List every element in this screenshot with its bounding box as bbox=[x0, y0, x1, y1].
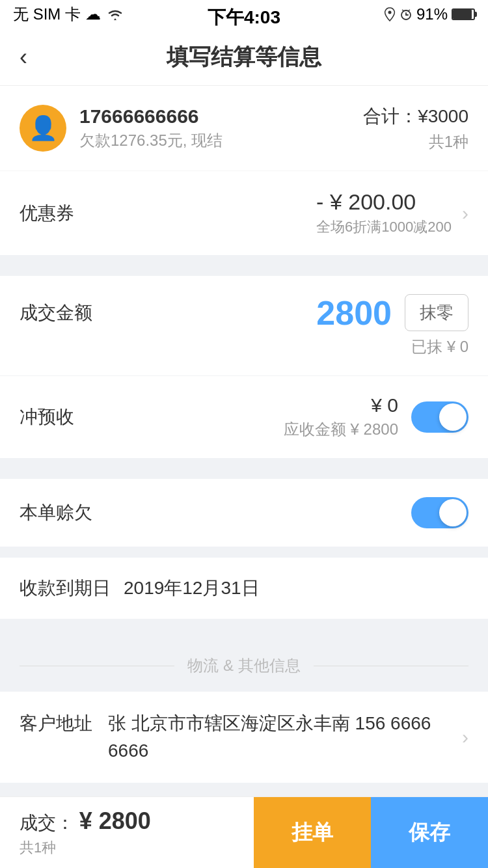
prepay-sub: 应收金额 ¥ 2800 bbox=[284, 419, 398, 440]
prepay-values: ¥ 0 应收金额 ¥ 2800 bbox=[284, 394, 398, 440]
logistics-label: 物流 & 其他信息 bbox=[187, 655, 300, 676]
bottom-deal-amount: ¥ 2800 bbox=[79, 807, 151, 834]
customer-left: 👤 17666666666 欠款1276.35元, 现结 bbox=[20, 105, 223, 152]
header-line-left bbox=[20, 666, 174, 666]
deal-amount: 2800 bbox=[316, 296, 392, 330]
address-chevron-icon: › bbox=[462, 726, 468, 748]
address-section[interactable]: 客户地址 张 北京市市辖区海淀区永丰南 156 6666 6666 › bbox=[0, 692, 488, 783]
logistics-header: 物流 & 其他信息 bbox=[0, 640, 488, 692]
status-time: 下午4:03 bbox=[208, 5, 280, 30]
debt-label: 本单赊欠 bbox=[20, 500, 92, 525]
status-right: 91% bbox=[384, 5, 475, 23]
wifi-icon bbox=[106, 8, 124, 21]
bottom-deal-row: 成交： ¥ 2800 bbox=[20, 807, 234, 835]
coupon-chevron-icon: › bbox=[462, 202, 468, 224]
header: ‹ 填写结算等信息 bbox=[0, 29, 488, 86]
back-button[interactable]: ‹ bbox=[20, 44, 59, 71]
deal-section: 成交金额 2800 抹零 已抹 ¥ 0 bbox=[0, 276, 488, 375]
customer-section: 👤 17666666666 欠款1276.35元, 现结 合计：¥3000 共1… bbox=[0, 86, 488, 255]
page-title: 填写结算等信息 bbox=[167, 42, 321, 72]
deal-sub: 已抹 ¥ 0 bbox=[20, 336, 468, 357]
svg-line-5 bbox=[408, 10, 410, 11]
bottom-info: 成交： ¥ 2800 共1种 bbox=[0, 797, 254, 868]
address-value: 张 北京市市辖区海淀区永丰南 156 6666 6666 bbox=[108, 710, 455, 765]
duedate-value: 2019年12月31日 bbox=[124, 576, 260, 601]
address-label: 客户地址 bbox=[20, 710, 92, 736]
toggle-thumb bbox=[439, 403, 467, 431]
coupon-desc: 全场6折满1000减200 bbox=[316, 217, 452, 237]
alarm-icon bbox=[400, 7, 413, 21]
header-line-right bbox=[314, 666, 468, 666]
coupon-discount: - ¥ 200.00 bbox=[316, 189, 452, 215]
total-count: 共1种 bbox=[363, 131, 468, 152]
coupon-row[interactable]: 优惠券 - ¥ 200.00 全场6折满1000减200 › bbox=[0, 171, 488, 255]
battery-percent: 91% bbox=[416, 5, 448, 23]
deal-value-wrapper: 2800 抹零 bbox=[316, 294, 468, 331]
sim-label: 无 SIM 卡 ☁ bbox=[13, 4, 101, 25]
bottom-count: 共1种 bbox=[20, 838, 234, 858]
round-button[interactable]: 抹零 bbox=[405, 294, 468, 331]
svg-line-4 bbox=[402, 10, 404, 11]
deal-label: 成交金额 bbox=[20, 301, 92, 325]
prepay-right: ¥ 0 应收金额 ¥ 2800 bbox=[284, 394, 468, 440]
customer-row: 👤 17666666666 欠款1276.35元, 现结 合计：¥3000 共1… bbox=[0, 86, 488, 171]
debt-toggle-thumb bbox=[439, 499, 467, 526]
deal-amount-section: 成交金额 2800 抹零 已抹 ¥ 0 冲预收 ¥ 0 应收金额 ¥ 2800 bbox=[0, 276, 488, 458]
divider-2 bbox=[0, 468, 488, 479]
debt-section: 本单赊欠 bbox=[0, 479, 488, 547]
divider-1 bbox=[0, 265, 488, 276]
coupon-label: 优惠券 bbox=[20, 201, 74, 226]
location-icon bbox=[384, 7, 396, 21]
prepay-row: 冲预收 ¥ 0 应收金额 ¥ 2800 bbox=[20, 394, 468, 440]
bottom-deal-label: 成交： bbox=[20, 813, 74, 833]
prepay-amount: ¥ 0 bbox=[284, 394, 398, 416]
divider-3 bbox=[0, 629, 488, 640]
svg-point-0 bbox=[388, 11, 391, 14]
prepay-label: 冲预收 bbox=[20, 405, 74, 429]
debt-toggle[interactable] bbox=[411, 497, 468, 528]
customer-info: 17666666666 欠款1276.35元, 现结 bbox=[79, 105, 223, 151]
battery-icon bbox=[452, 8, 475, 20]
duedate-section: 收款到期日 2019年12月31日 bbox=[0, 557, 488, 619]
status-left: 无 SIM 卡 ☁ bbox=[13, 4, 124, 25]
coupon-right: - ¥ 200.00 全场6折满1000减200 › bbox=[316, 189, 468, 237]
status-bar: 无 SIM 卡 ☁ 下午4:03 91% bbox=[0, 0, 488, 29]
customer-phone: 17666666666 bbox=[79, 105, 223, 128]
avatar: 👤 bbox=[20, 105, 66, 152]
prepay-toggle[interactable] bbox=[411, 401, 468, 433]
hang-button[interactable]: 挂单 bbox=[254, 797, 371, 868]
customer-sub: 欠款1276.35元, 现结 bbox=[79, 130, 223, 151]
bottom-bar: 成交： ¥ 2800 共1种 挂单 保存 bbox=[0, 796, 488, 868]
customer-total: 合计：¥3000 共1种 bbox=[363, 104, 468, 152]
duedate-label: 收款到期日 bbox=[20, 576, 111, 601]
prepay-section: 冲预收 ¥ 0 应收金额 ¥ 2800 bbox=[0, 375, 488, 458]
total-amount: 合计：¥3000 bbox=[363, 104, 468, 129]
duedate-row: 收款到期日 2019年12月31日 bbox=[20, 576, 468, 601]
deal-row: 成交金额 2800 抹零 bbox=[20, 294, 468, 331]
save-button[interactable]: 保存 bbox=[371, 797, 488, 868]
